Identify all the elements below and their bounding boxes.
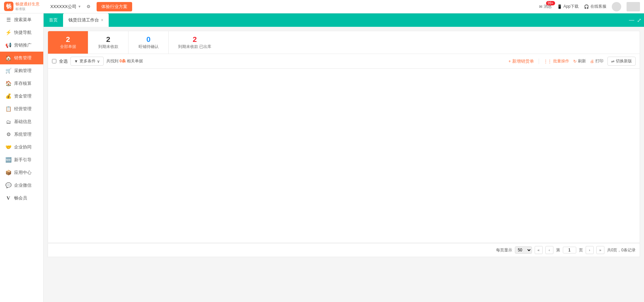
stat-overdue-count: 2 <box>98 35 119 44</box>
tab-home[interactable]: 首页 <box>44 13 63 27</box>
purchase-icon: 🛒 <box>5 68 11 74</box>
sidebar-item-marketing[interactable]: 📢 营销推广 <box>0 39 43 52</box>
stat-pending-count: 0 <box>138 35 159 44</box>
page-suffix: 页 <box>579 247 583 253</box>
sidebar-item-guide[interactable]: 🆕 新手引导 <box>0 154 43 166</box>
sidebar-item-sales[interactable]: 🏠 销售管理 <box>0 52 43 64</box>
trial-industry-button[interactable]: 体验行业方案 <box>97 2 132 11</box>
prev-page-button[interactable]: ‹ <box>545 246 553 254</box>
stat-overdue-shipped-label: 到期未收款 已出库 <box>178 44 211 50</box>
found-prefix: 共找到 <box>106 59 118 63</box>
inventory-icon: 🏠 <box>5 80 11 86</box>
more-filters-button[interactable]: ▼ 更多条件 ∨ <box>70 57 104 66</box>
sidebar-item-quick-nav[interactable]: ⚡ 快捷导航 <box>0 26 43 39</box>
found-count: 0条 <box>119 59 126 63</box>
sidebar-item-wechat[interactable]: 💬 企业微信 <box>0 179 43 192</box>
sidebar-item-app-center[interactable]: 📦 应用中心 <box>0 166 43 179</box>
sidebar-member-label: 畅会员 <box>14 195 27 201</box>
sidebar-item-purchase[interactable]: 🛒 采购管理 <box>0 64 43 77</box>
sidebar-app-center-label: 应用中心 <box>14 170 32 176</box>
table-area <box>48 69 640 243</box>
lightning-icon: ⚡ <box>5 29 11 36</box>
stat-tab-all[interactable]: 2 全部单据 <box>48 31 88 54</box>
tab-bar: 首页 钱货日清工作台 × — ⤢ <box>44 13 644 27</box>
sidebar-item-search-menu[interactable]: ☰ 搜索菜单 <box>0 13 43 26</box>
user-avatar[interactable] <box>612 2 621 11</box>
member-icon: V <box>5 195 11 201</box>
sidebar-item-finance[interactable]: 💰 资金管理 <box>0 90 43 103</box>
divider-1 <box>539 59 539 64</box>
tab-minimize-button[interactable]: — <box>629 17 634 23</box>
marketing-icon: 📢 <box>5 42 11 48</box>
stat-tab-overdue-shipped[interactable]: 2 到期未收款 已出库 <box>169 31 221 54</box>
toolbar: 全选 ▼ 更多条件 ∨ 共找到 0条 相关单据 + 新增销货单 ⋮⋮ 批量操作 … <box>48 54 640 69</box>
app-download-label: App下载 <box>564 4 579 9</box>
header-right: ✉ 消息 99+ 📱 App下载 🎧 在线客服 <box>539 2 640 11</box>
next-page-button[interactable]: › <box>586 246 594 254</box>
sidebar-quick-nav-label: 快捷导航 <box>14 29 32 36</box>
per-page-select[interactable]: 10 20 50 100 <box>515 246 532 254</box>
switch-version-button[interactable]: ⇌ 切换新版 <box>607 57 636 66</box>
switch-icon: ⇌ <box>611 59 614 64</box>
tab-cashflow-label: 钱货日清工作台 <box>68 17 99 23</box>
found-suffix: 相关单据 <box>127 59 143 63</box>
stat-tab-overdue[interactable]: 2 到期未收款 <box>88 31 128 54</box>
tab-maximize-button[interactable]: ⤢ <box>637 17 641 23</box>
stat-all-count: 2 <box>57 35 78 44</box>
tab-cashflow[interactable]: 钱货日清工作台 × <box>63 13 109 27</box>
system-icon: ⚙ <box>5 131 11 137</box>
page-number-input[interactable] <box>563 247 576 253</box>
sidebar-search-label: 搜索菜单 <box>14 17 32 23</box>
filter-icon: ▼ <box>74 59 78 64</box>
menu-icon: ☰ <box>5 17 11 23</box>
message-badge: 99+ <box>546 1 555 5</box>
print-button[interactable]: 🖨 打印 <box>590 58 603 64</box>
batch-label: 批量操作 <box>553 58 569 64</box>
message-icon: ✉ <box>539 4 542 9</box>
switch-label: 切换新版 <box>616 58 632 64</box>
tab-close-button[interactable]: × <box>101 18 103 22</box>
sidebar-item-system[interactable]: ⚙ 系统管理 <box>0 128 43 141</box>
app-name: 畅捷通好生意 <box>15 2 40 6</box>
sidebar-item-member[interactable]: V 畅会员 <box>0 192 43 204</box>
online-service-label: 在线客服 <box>590 4 606 9</box>
app-logo-icon: 畅 <box>4 2 13 11</box>
sidebar-cooperation-label: 企业协同 <box>14 144 32 150</box>
refresh-button[interactable]: ↻ 刷新 <box>573 58 586 64</box>
main-content: 2 全部单据 2 到期未收款 0 旺铺待确认 2 到期未收款 已出库 全选 ▼ … <box>44 27 644 302</box>
company-dropdown-arrow: ▼ <box>78 5 81 8</box>
filter-btn-label: 更多条件 <box>79 58 96 64</box>
first-page-button[interactable]: « <box>535 246 543 254</box>
found-text: 共找到 0条 相关单据 <box>106 58 143 64</box>
sidebar-item-inventory[interactable]: 🏠 库存核算 <box>0 77 43 90</box>
sidebar-item-basic-info[interactable]: 🗂 基础信息 <box>0 115 43 128</box>
page-prefix: 第 <box>556 247 560 253</box>
sidebar: ☰ 搜索菜单 ⚡ 快捷导航 📢 营销推广 🏠 销售管理 🛒 采购管理 🏠 库存核… <box>0 13 44 302</box>
user-name-display[interactable] <box>627 2 640 11</box>
sales-icon: 🏠 <box>5 55 11 61</box>
company-selector[interactable]: XXXXXX公司 ▼ <box>50 4 81 10</box>
sidebar-finance-label: 资金管理 <box>14 93 32 99</box>
refresh-label: 刷新 <box>578 58 586 64</box>
sidebar-item-cooperation[interactable]: 🤝 企业协同 <box>0 141 43 154</box>
app-download-button[interactable]: 📱 App下载 <box>557 4 579 9</box>
tab-bar-right: — ⤢ <box>629 17 644 23</box>
per-page-label: 每页显示 <box>496 247 512 253</box>
sidebar-item-operations[interactable]: 📋 经营管理 <box>0 103 43 115</box>
stat-tabs: 2 全部单据 2 到期未收款 0 旺铺待确认 2 到期未收款 已出库 <box>48 31 640 54</box>
batch-operations-button[interactable]: ⋮⋮ 批量操作 <box>544 58 569 64</box>
stat-tab-pending[interactable]: 0 旺铺待确认 <box>128 31 169 54</box>
select-all-checkbox[interactable] <box>52 59 56 63</box>
settings-button[interactable]: ⚙ <box>84 2 93 11</box>
finance-icon: 💰 <box>5 93 11 99</box>
operations-icon: 📋 <box>5 106 11 112</box>
tab-home-label: 首页 <box>49 17 58 23</box>
online-service-button[interactable]: 🎧 在线客服 <box>584 4 606 9</box>
sidebar-operations-label: 经营管理 <box>14 106 32 112</box>
headset-icon: 🎧 <box>584 4 589 9</box>
message-button[interactable]: ✉ 消息 99+ <box>539 4 552 9</box>
new-sale-button[interactable]: + 新增销货单 <box>508 58 534 64</box>
cooperation-icon: 🤝 <box>5 144 11 150</box>
pagination-bar: 每页显示 10 20 50 100 « ‹ 第 页 › » 共0页，0条记录 <box>48 243 640 257</box>
last-page-button[interactable]: » <box>596 246 604 254</box>
